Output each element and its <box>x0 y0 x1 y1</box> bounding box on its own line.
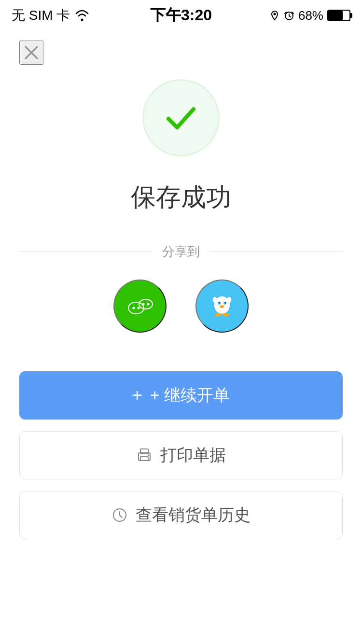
history-button[interactable]: 查看销货单历史 <box>19 491 343 539</box>
share-wechat-button[interactable] <box>113 280 167 333</box>
share-icons <box>113 280 249 333</box>
svg-point-9 <box>147 303 150 306</box>
svg-point-5 <box>139 299 153 309</box>
location-icon <box>269 10 280 21</box>
svg-point-11 <box>216 297 228 311</box>
alarm-icon <box>284 10 294 21</box>
share-divider: 分享到 <box>19 243 343 260</box>
battery-percent: 68% <box>298 8 323 23</box>
checkmark-icon <box>162 98 200 137</box>
main-content: 保存成功 分享到 <box>0 31 362 559</box>
carrier-text: 无 SIM 卡 <box>12 6 70 25</box>
print-button[interactable]: 打印单据 <box>19 431 343 479</box>
continue-icon: + <box>132 385 142 406</box>
success-title: 保存成功 <box>131 181 231 214</box>
close-button[interactable] <box>19 41 43 65</box>
success-icon-wrapper <box>142 79 220 156</box>
svg-point-24 <box>148 455 150 456</box>
continue-button[interactable]: + + 继续开单 <box>19 371 343 420</box>
status-time: 下午3:20 <box>150 5 212 26</box>
share-qq-button[interactable] <box>195 280 249 333</box>
svg-rect-23 <box>140 457 148 461</box>
svg-point-16 <box>220 305 224 308</box>
svg-point-6 <box>133 307 135 309</box>
svg-point-14 <box>219 302 221 304</box>
battery-icon <box>327 10 350 21</box>
action-buttons: + + 继续开单 打印单据 查看销货单历史 <box>19 371 343 539</box>
close-icon <box>23 44 40 61</box>
status-right: 68% <box>269 8 350 23</box>
qq-icon <box>207 291 237 322</box>
status-carrier: 无 SIM 卡 <box>12 6 89 25</box>
status-bar: 无 SIM 卡 下午3:20 68% <box>0 0 362 31</box>
share-label: 分享到 <box>162 243 200 260</box>
svg-point-0 <box>273 13 276 15</box>
print-label: 打印单据 <box>160 444 226 466</box>
print-icon <box>136 447 153 463</box>
svg-point-15 <box>225 302 226 304</box>
divider-left <box>19 252 153 252</box>
divider-right <box>209 252 343 252</box>
history-label: 查看销货单历史 <box>136 504 251 526</box>
svg-point-8 <box>142 303 145 306</box>
continue-label: + 继续开单 <box>150 384 230 406</box>
history-icon <box>111 507 128 523</box>
wifi-icon <box>75 10 89 21</box>
wechat-icon <box>125 291 155 322</box>
svg-point-7 <box>138 307 140 309</box>
